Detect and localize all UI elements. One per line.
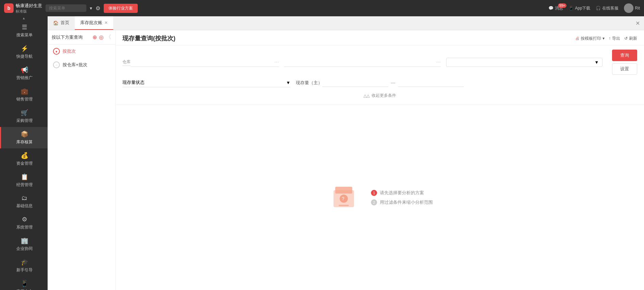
purchase-icon: 🛒 [21,109,28,116]
left-panel: 按以下方案查询 ⊕ ◎ 《 ● 按批次 ○ 按仓库+批次 [48,30,116,290]
sidebar-item-inventory[interactable]: 📦 库存核算 [0,127,48,148]
experience-btn[interactable]: 体验行业方案 [104,4,138,13]
header-gear-btn[interactable]: ⚙ [96,5,100,12]
online-service-action[interactable]: 🎧 在线客服 [596,5,618,11]
stock-qty-filter: 现存量（主） — [296,79,464,87]
warehouse-input[interactable] [131,59,274,65]
stock-qty-min-input[interactable] [322,80,379,85]
status-chevron-icon: ▼ [594,60,599,65]
tab-close-btn[interactable]: ✕ [104,20,108,25]
scheme-icon-by-warehouse-batch: ○ [53,61,60,68]
home-icon: 🏠 [53,20,58,25]
sidebar-label-enterprise-coop: 企业协同 [16,246,33,252]
header-search-input[interactable] [46,4,86,12]
sidebar: ▲ ☰ 搜索菜单 ⚡ 快捷导航 📢 营销推广 💼 销售管理 🛒 采购管理 📦 库… [0,16,48,290]
scheme-icon-by-batch: ● [53,48,60,55]
collapse-more-btn[interactable]: △△ 收起更多条件 [122,91,637,101]
sidebar-label-search-menu: 搜索菜单 [16,32,33,38]
left-panel-header: 按以下方案查询 ⊕ ◎ 《 [48,30,115,44]
sidebar-item-enterprise-coop[interactable]: 🏢 企业协同 [0,234,48,255]
sidebar-item-sales[interactable]: 💼 销售管理 [0,84,48,106]
page-title-bar: 现存量查询(按批次) 🖨 按模板打印 ▾ ↑ 导出 ↺ [116,30,644,46]
sidebar-label-base-info: 基础信息 [16,203,33,209]
svg-rect-1 [335,187,352,194]
stock-status-chevron: ▼ [286,80,290,85]
app-download-action[interactable]: 📱 App下载 [569,5,590,11]
sidebar-label-quick-nav: 快捷导航 [16,54,33,59]
stock-qty-max-input[interactable] [398,80,455,85]
collapse-more-label: 收起更多条件 [372,93,396,98]
stock-status-label: 现存量状态 [122,79,145,86]
close-all-tabs-btn[interactable]: ✕ [631,17,644,29]
sidebar-item-quick-nav[interactable]: ⚡ 快捷导航 [0,41,48,63]
refresh-icon: ↺ [624,36,628,41]
system-icon: ⚙ [22,216,27,223]
query-btn[interactable]: 查询 [612,50,637,61]
print-chevron-icon: ▾ [603,36,605,41]
filter-area: 仓库 ··· ··· [116,46,644,105]
sidebar-item-marketing[interactable]: 📢 营销推广 [0,63,48,84]
warehouse-input-wrap: ··· [131,58,279,67]
sidebar-scroll-up[interactable]: ▲ [0,16,48,20]
sidebar-item-new-guide[interactable]: 🎓 新手引导 [0,255,48,276]
print-btn[interactable]: 🖨 按模板打印 ▾ [575,36,605,41]
inventory-icon: 📦 [21,130,28,138]
sidebar-item-finance[interactable]: 💰 资金管理 [0,148,48,170]
right-panel: 现存量查询(按批次) 🖨 按模板打印 ▾ ↑ 导出 ↺ [116,30,644,290]
header-dropdown-btn[interactable]: ▾ [90,5,92,11]
tab-batch-account[interactable]: 库存批次账 ✕ [75,16,113,30]
page-title-actions: 🖨 按模板打印 ▾ ↑ 导出 ↺ 刷新 [575,36,637,41]
header-right: 💬 消息 99+ 📱 App下载 🎧 在线客服 Rit [548,3,640,13]
left-panel-actions: ⊕ ◎ 《 [92,34,111,41]
stock-qty-label: 现存量（主） [296,80,322,86]
empty-tip-2: 2 用过滤条件来缩小分析范围 [371,199,433,205]
tip-text-2: 用过滤条件来缩小分析范围 [380,199,433,205]
collapse-panel-btn[interactable]: 《 [106,34,111,41]
message-icon: 💬 [548,6,554,11]
empty-tips: 1 请先选择要分析的方案 2 用过滤条件来缩小分析范围 [371,190,433,205]
product-input[interactable] [284,59,436,65]
tab-home-label: 首页 [61,20,69,26]
app-name: 畅康通好生意 [16,3,42,9]
sidebar-item-app-center[interactable]: 📱 应用中心 [0,276,48,290]
stock-qty-dash: — [391,80,395,85]
scheme-settings-btn[interactable]: ◎ [99,34,104,41]
sidebar-item-operations[interactable]: 📋 经营管理 [0,170,48,191]
content-area: 🏠 首页 库存批次账 ✕ ✕ 按以下方案查询 ⊕ ◎ 《 [48,16,644,290]
sidebar-label-marketing: 营销推广 [16,75,33,81]
collapse-more-icon: △△ [363,93,370,98]
app-center-icon: 📱 [21,280,28,287]
sidebar-item-purchase[interactable]: 🛒 采购管理 [0,106,48,127]
phone-icon: 📱 [569,6,574,11]
sidebar-label-finance: 资金管理 [16,161,33,166]
sidebar-item-system[interactable]: ⚙ 系统管理 [0,212,48,234]
user-area[interactable]: Rit [624,3,640,13]
print-btn-label: 按模板打印 [581,36,601,41]
filter-settings-btn[interactable]: 设置 [612,63,637,75]
refresh-btn[interactable]: ↺ 刷新 [624,36,637,41]
status-dropdown[interactable]: ▼ [446,58,603,67]
header-left: b 畅康通好生意 标准版 ▾ ⚙ 体验行业方案 [4,3,138,14]
sidebar-label-app-center: 应用中心 [16,289,33,290]
warehouse-dots-btn[interactable]: ··· [274,59,279,65]
tab-home[interactable]: 🏠 首页 [48,16,75,30]
marketing-icon: 📢 [21,66,28,74]
tip-text-1: 请先选择要分析的方案 [380,190,424,196]
headset-icon: 🎧 [596,6,601,11]
tab-bar: 🏠 首页 库存批次账 ✕ ✕ [48,16,644,30]
search-menu-icon: ☰ [22,23,27,31]
product-dots-btn[interactable]: ··· [436,59,441,65]
logo-icon: b [4,3,14,13]
sidebar-label-operations: 经营管理 [16,182,33,188]
scheme-item-by-batch[interactable]: ● 按批次 [48,44,115,58]
messages-action[interactable]: 💬 消息 99+ [548,5,563,11]
sidebar-item-base-info[interactable]: 🗂 基础信息 [0,191,48,212]
sidebar-item-search-menu[interactable]: ☰ 搜索菜单 [0,20,48,41]
add-scheme-btn[interactable]: ⊕ [92,34,97,41]
scheme-item-by-warehouse-batch[interactable]: ○ 按仓库+批次 [48,58,115,72]
new-guide-icon: 🎓 [21,258,28,266]
filter-row-1: 仓库 ··· ··· [122,50,637,75]
export-btn[interactable]: ↑ 导出 [609,36,620,41]
page-content: 按以下方案查询 ⊕ ◎ 《 ● 按批次 ○ 按仓库+批次 [48,30,644,290]
empty-tip-1: 1 请先选择要分析的方案 [371,190,433,196]
